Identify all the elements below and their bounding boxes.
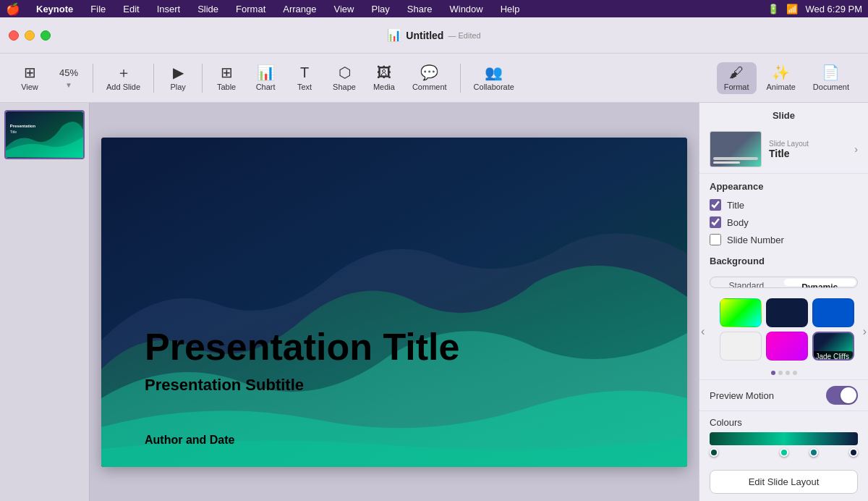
traffic-light-minimize[interactable] [25, 30, 35, 41]
toolbar-separator-3 [202, 64, 203, 93]
body-checkbox-label: Body [727, 217, 749, 228]
layout-label: Slide Layout [769, 140, 847, 148]
slide-number-checkbox-row[interactable]: Slide Number [699, 231, 868, 248]
zoom-button[interactable]: 45% ▼ [51, 64, 87, 92]
colours-label: Colours [710, 417, 858, 428]
swatches-row-2: Jade Cliffs [710, 332, 858, 361]
layout-info: Slide Layout Title [769, 140, 847, 159]
text-button[interactable]: T Text [286, 62, 323, 94]
menubar-app-name: Keynote [32, 2, 77, 16]
menubar-view[interactable]: View [330, 2, 359, 16]
add-slide-icon: ＋ [116, 65, 131, 80]
play-button[interactable]: ▶ Play [160, 62, 196, 94]
gradient-stop-right[interactable] [809, 448, 818, 457]
animate-panel-button[interactable]: ✨ Animate [760, 62, 803, 94]
slide-title-text[interactable]: Presentation Title [145, 327, 644, 368]
swatch-dark[interactable] [766, 298, 808, 327]
standard-toggle-btn[interactable]: Standard [710, 277, 783, 287]
shape-button[interactable]: ⬡ Shape [326, 62, 363, 94]
swatch-blue[interactable] [812, 298, 854, 327]
comment-button[interactable]: 💬 Comment [405, 62, 454, 94]
gradient-stops [710, 448, 858, 457]
swatch-page-dots [699, 371, 868, 375]
background-section-title: Background [699, 248, 868, 271]
background-toggle[interactable]: Standard Dynamic [710, 277, 858, 288]
slide-canvas[interactable]: Presentation Title Presentation Subtitle… [101, 138, 687, 467]
body-checkbox[interactable] [710, 216, 721, 228]
document-panel-button[interactable]: 📄 Document [806, 62, 856, 94]
comment-icon: 💬 [420, 65, 438, 80]
slide-subtitle-text[interactable]: Presentation Subtitle [145, 376, 644, 395]
gradient-stop-mid[interactable] [780, 448, 788, 457]
toolbar: ⊞ View 45% ▼ ＋ Add Slide ▶ Play ⊞ Table … [0, 54, 868, 103]
gradient-stop-left[interactable] [710, 448, 718, 457]
layout-chevron-icon[interactable]: › [854, 143, 858, 155]
preview-motion-toggle[interactable] [826, 386, 858, 405]
media-button[interactable]: 🖼 Media [366, 62, 402, 94]
menubar-wifi-icon: 📶 [786, 4, 798, 14]
toolbar-separator-4 [460, 64, 461, 93]
table-icon: ⊞ [221, 65, 233, 80]
edit-slide-layout-button[interactable]: Edit Slide Layout [710, 470, 858, 494]
svg-text:Presentation: Presentation [10, 124, 36, 128]
swatch-white[interactable] [720, 332, 762, 361]
jade-cliffs-tooltip: Jade Cliffs [812, 351, 853, 361]
add-slide-button[interactable]: ＋ Add Slide [99, 62, 148, 94]
dot-4 [793, 371, 797, 375]
menubar-insert[interactable]: Insert [153, 2, 185, 16]
menubar-file[interactable]: File [86, 2, 110, 16]
preview-motion-row: Preview Motion [699, 379, 868, 411]
colours-section: Colours [699, 411, 868, 463]
collaborate-button[interactable]: 👥 Collaborate [467, 62, 522, 94]
colours-gradient-bar[interactable] [710, 432, 858, 445]
swatch-pink[interactable] [766, 332, 808, 361]
title-checkbox[interactable] [710, 199, 721, 211]
view-icon: ⊞ [24, 65, 36, 80]
toggle-knob [841, 387, 856, 403]
menubar-help[interactable]: Help [496, 2, 524, 16]
appearance-section-title: Appearance [699, 174, 868, 196]
title-checkbox-row[interactable]: Title [699, 196, 868, 214]
play-icon: ▶ [173, 65, 184, 80]
dot-3 [786, 371, 790, 375]
swatch-gradient[interactable] [720, 298, 762, 327]
swatches-next-button[interactable]: › [863, 325, 867, 338]
panel-title: Slide [699, 103, 868, 125]
traffic-light-fullscreen[interactable] [41, 30, 51, 41]
view-button[interactable]: ⊞ View [12, 62, 48, 94]
menubar-slide[interactable]: Slide [193, 2, 223, 16]
title-checkbox-label: Title [727, 200, 744, 211]
dynamic-toggle-btn[interactable]: Dynamic [784, 279, 856, 286]
slide-thumbnail-1[interactable]: 1 Presentation Title [4, 110, 85, 159]
menubar-share[interactable]: Share [403, 2, 437, 16]
body-checkbox-row[interactable]: Body [699, 214, 868, 231]
canvas-area[interactable]: Presentation Title Presentation Subtitle… [90, 103, 699, 501]
menubar-format[interactable]: Format [231, 2, 270, 16]
toolbar-separator-2 [153, 64, 154, 93]
swatches-prev-button[interactable]: ‹ [701, 325, 705, 338]
menubar-window[interactable]: Window [445, 2, 487, 16]
gradient-stop-end[interactable] [849, 448, 858, 457]
collaborate-icon: 👥 [485, 65, 503, 80]
format-panel-button[interactable]: 🖌 Format [717, 62, 757, 94]
main-area: 1 Presentation Title [0, 103, 868, 501]
media-icon: 🖼 [377, 65, 391, 80]
right-panel: Slide Slide Layout Title › Appearance Ti… [699, 103, 868, 501]
layout-name: Title [769, 148, 847, 159]
format-icon: 🖌 [729, 65, 744, 80]
slide-author-text[interactable]: Author and Date [145, 434, 234, 447]
slides-sidebar: 1 Presentation Title [0, 103, 90, 501]
apple-menu-icon[interactable]: 🍎 [6, 2, 20, 16]
traffic-light-close[interactable] [9, 30, 19, 41]
slide-number-checkbox[interactable] [710, 234, 721, 245]
swatch-jade[interactable]: Jade Cliffs [812, 332, 854, 361]
menubar: 🍎 Keynote File Edit Insert Slide Format … [0, 0, 868, 17]
menubar-arrange[interactable]: Arrange [278, 2, 320, 16]
menubar-play[interactable]: Play [367, 2, 393, 16]
chart-icon: 📊 [257, 65, 275, 80]
chart-button[interactable]: 📊 Chart [247, 62, 284, 94]
table-button[interactable]: ⊞ Table [208, 62, 244, 94]
menubar-edit[interactable]: Edit [119, 2, 143, 16]
slide-text-content: Presentation Title Presentation Subtitle [101, 138, 687, 467]
shape-icon: ⬡ [339, 65, 351, 80]
